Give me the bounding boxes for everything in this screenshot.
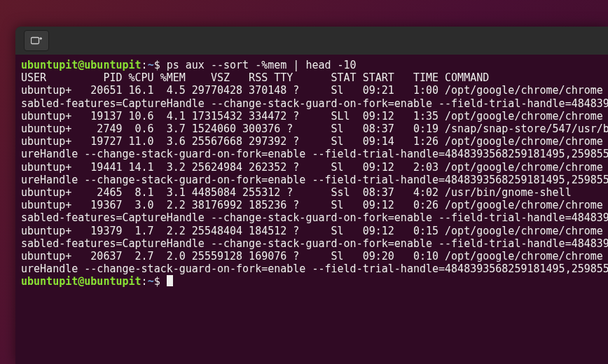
prompt-path: ~ bbox=[148, 275, 154, 288]
terminal-output[interactable]: ubuntupit@ubuntupit:~$ ps aux --sort -%m… bbox=[15, 55, 608, 364]
output-line: USER PID %CPU %MEM VSZ RSS TTY STAT STAR… bbox=[21, 71, 489, 84]
output-line: ubuntup+ 20637 2.7 2.0 25559128 169076 ?… bbox=[21, 250, 608, 262]
output-line: ubuntup+ 19379 1.7 2.2 25548404 184512 ?… bbox=[21, 225, 608, 237]
prompt-path: ~ bbox=[148, 59, 154, 71]
new-tab-button[interactable] bbox=[24, 30, 49, 51]
output-line: ureHandle --change-stack-guard-on-fork=e… bbox=[21, 174, 608, 186]
output-line: ubuntup+ 19727 11.0 3.6 25567668 297392 … bbox=[21, 135, 608, 148]
output-line: ubuntup+ 2749 0.6 3.7 1524060 300376 ? S… bbox=[21, 122, 608, 135]
prompt-sep2: $ bbox=[154, 275, 167, 288]
prompt-user-host: ubuntupit@ubuntupit bbox=[21, 275, 141, 288]
prompt-sep1: : bbox=[141, 59, 148, 71]
output-line: ureHandle --change-stack-guard-on-fork=e… bbox=[21, 262, 608, 275]
output-line: sabled-features=CaptureHandle --change-s… bbox=[21, 237, 608, 250]
output-line: ubuntup+ 19137 10.6 4.1 17315432 334472 … bbox=[21, 110, 608, 122]
output-line: ubuntup+ 2465 8.1 3.1 4485084 255312 ? S… bbox=[21, 186, 572, 199]
output-line: ubuntup+ 20651 16.1 4.5 29770428 370148 … bbox=[21, 84, 608, 97]
prompt-user-host: ubuntupit@ubuntupit bbox=[21, 59, 141, 71]
output-line: sabled-features=CaptureHandle --change-s… bbox=[21, 97, 608, 110]
command-text: ps aux --sort -%mem | head -10 bbox=[167, 59, 357, 71]
terminal-window: ubuntupit@ubuntupit:~$ ps aux --sort -%m… bbox=[15, 27, 608, 364]
svg-rect-0 bbox=[32, 38, 39, 44]
prompt-sep1: : bbox=[141, 275, 148, 288]
output-line: ubuntup+ 19367 3.0 2.2 38176992 185236 ?… bbox=[21, 199, 608, 211]
output-line: ureHandle --change-stack-guard-on-fork=e… bbox=[21, 148, 608, 160]
output-line: ubuntup+ 19441 14.1 3.2 25624984 262352 … bbox=[21, 161, 608, 174]
output-line: sabled-features=CaptureHandle --change-s… bbox=[21, 211, 608, 224]
new-tab-icon bbox=[31, 36, 42, 46]
cursor bbox=[167, 275, 173, 286]
prompt-sep2: $ bbox=[154, 59, 167, 71]
window-titlebar bbox=[15, 27, 608, 55]
